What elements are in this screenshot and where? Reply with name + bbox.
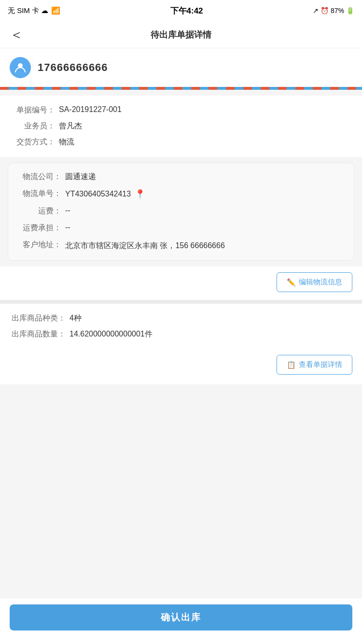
status-right: ↗ ⏰ 87% 🔋 xyxy=(313,7,354,14)
status-left: 无 SIM 卡 ☁ 📶 xyxy=(8,6,60,15)
freight-bearer-label: 运费承担： xyxy=(18,223,61,233)
confirm-outbound-button[interactable]: 确认出库 xyxy=(10,604,352,630)
battery-icon: 🔋 xyxy=(346,7,354,14)
document-number-row: 单据编号： SA-20191227-001 xyxy=(12,105,350,115)
edit-icon: ✏️ xyxy=(287,278,296,287)
status-time: 下午4:42 xyxy=(170,5,203,16)
status-bar: 无 SIM 卡 ☁ 📶 下午4:42 ↗ ⏰ 87% 🔋 xyxy=(0,0,362,21)
person-icon xyxy=(14,61,27,74)
location-active-icon: ↗ xyxy=(313,7,319,14)
delivery-method-value: 物流 xyxy=(59,137,350,147)
product-quantity-row: 出库商品数量： 14.620000000000001件 xyxy=(12,329,350,339)
freight-bearer-row: 运费承担： -- xyxy=(18,223,344,233)
document-info-section: 单据编号： SA-20191227-001 业务员： 曾凡杰 交货方式： 物流 xyxy=(0,96,362,157)
delivery-method-label: 交货方式： xyxy=(12,137,55,147)
salesperson-value: 曾凡杰 xyxy=(59,121,350,131)
edit-logistics-container: ✏️ 编辑物流信息 xyxy=(0,266,362,300)
logistics-tracking-label: 物流单号： xyxy=(18,189,61,199)
nav-bar: ＜ 待出库单据详情 xyxy=(0,21,362,48)
product-quantity-label: 出库商品数量： xyxy=(12,329,66,339)
logistics-company-label: 物流公司： xyxy=(18,172,61,182)
product-type-label: 出库商品种类： xyxy=(12,313,66,323)
confirm-button-container: 确认出库 xyxy=(0,599,362,644)
freight-value: -- xyxy=(65,206,344,215)
product-quantity-value: 14.620000000000001件 xyxy=(70,329,350,339)
freight-row: 运费： -- xyxy=(18,206,344,216)
logistics-tracking-row: 物流单号： YT4306405342413 📍 xyxy=(18,189,344,199)
list-icon: 📋 xyxy=(287,361,296,369)
content-spacer xyxy=(0,384,362,433)
address-label: 客户地址： xyxy=(18,240,61,250)
freight-label: 运费： xyxy=(18,206,61,216)
wifi-icon: 📶 xyxy=(51,6,60,15)
user-header: 17666666666 xyxy=(0,48,362,87)
address-row: 客户地址： 北京市市辖区海淀区永丰南 张，156 66666666 xyxy=(18,240,344,252)
salesperson-label: 业务员： xyxy=(12,121,55,131)
product-type-value: 4种 xyxy=(70,313,350,323)
page-title: 待出库单据详情 xyxy=(151,29,211,41)
dashed-divider xyxy=(0,87,362,90)
section-separator xyxy=(0,300,362,304)
battery-text: 87% xyxy=(331,7,344,14)
track-location-icon[interactable]: 📍 xyxy=(135,189,145,199)
product-type-row: 出库商品种类： 4种 xyxy=(12,313,350,323)
logistics-company-value: 圆通速递 xyxy=(65,172,344,182)
edit-logistics-button[interactable]: ✏️ 编辑物流信息 xyxy=(277,272,352,292)
delivery-method-row: 交货方式： 物流 xyxy=(12,137,350,147)
logistics-company-row: 物流公司： 圆通速递 xyxy=(18,172,344,182)
no-sim-text: 无 SIM 卡 ☁ xyxy=(8,6,48,15)
document-number-label: 单据编号： xyxy=(12,105,55,115)
user-phone: 17666666666 xyxy=(38,61,108,74)
address-value: 北京市市辖区海淀区永丰南 张，156 66666666 xyxy=(65,240,344,252)
view-detail-container: 📋 查看单据详情 xyxy=(0,349,362,384)
freight-bearer-value: -- xyxy=(65,223,344,232)
product-section: 出库商品种类： 4种 出库商品数量： 14.620000000000001件 xyxy=(0,304,362,349)
logistics-card: 物流公司： 圆通速递 物流单号： YT4306405342413 📍 运费： -… xyxy=(8,163,354,261)
logistics-tracking-value: YT4306405342413 📍 xyxy=(65,189,344,199)
view-detail-button[interactable]: 📋 查看单据详情 xyxy=(277,355,352,375)
alarm-icon: ⏰ xyxy=(320,7,329,14)
back-icon: ＜ xyxy=(10,26,23,44)
document-number-value: SA-20191227-001 xyxy=(59,105,350,114)
salesperson-row: 业务员： 曾凡杰 xyxy=(12,121,350,131)
back-button[interactable]: ＜ xyxy=(10,26,23,44)
avatar xyxy=(10,57,31,78)
